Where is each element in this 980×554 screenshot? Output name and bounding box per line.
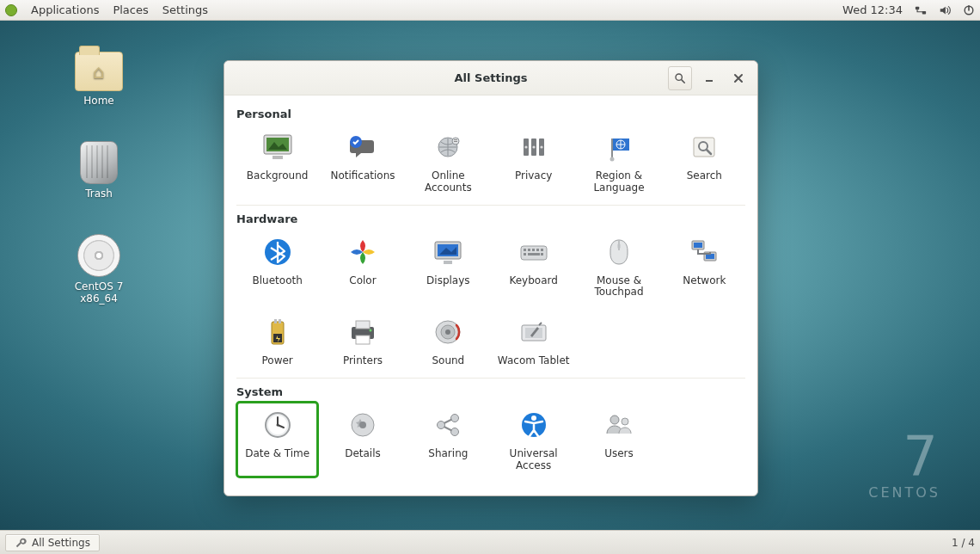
settings-keyboard[interactable]: Keyboard <box>493 229 574 305</box>
settings-universal-access[interactable]: Universal Access <box>493 402 574 477</box>
svg-point-70 <box>451 428 459 435</box>
grid-system: Date & Time Details Sharing Universal Ac… <box>236 402 745 477</box>
svg-rect-40 <box>528 253 540 255</box>
network-wired-icon[interactable] <box>915 4 927 16</box>
volume-icon[interactable] <box>939 4 951 16</box>
svg-point-65 <box>276 423 279 426</box>
settings-users[interactable]: Users <box>578 402 659 477</box>
svg-rect-37 <box>536 249 539 251</box>
svg-point-67 <box>359 422 366 428</box>
svg-point-19 <box>524 145 527 148</box>
settings-wacom-tablet[interactable]: Wacom Tablet <box>493 309 574 372</box>
disc-icon <box>77 234 120 277</box>
search-icon <box>674 72 686 84</box>
svg-rect-10 <box>273 156 283 159</box>
svg-point-74 <box>622 418 628 425</box>
svg-rect-32 <box>444 261 452 264</box>
svg-rect-54 <box>356 335 370 344</box>
menu-places[interactable]: Places <box>113 3 148 16</box>
svg-rect-38 <box>541 249 543 251</box>
settings-window: All Settings Personal Background <box>224 60 758 496</box>
settings-power[interactable]: Power <box>236 309 318 372</box>
settings-details[interactable]: Details <box>322 402 403 477</box>
wrench-icon <box>15 537 27 549</box>
search-button[interactable] <box>668 66 692 90</box>
svg-point-72 <box>531 416 536 421</box>
bluetooth-icon <box>260 234 296 270</box>
settings-color[interactable]: Color <box>322 229 403 305</box>
online-accounts-icon <box>430 129 466 165</box>
search-settings-icon <box>686 129 722 165</box>
network-icon <box>686 234 722 270</box>
svg-rect-15 <box>454 141 457 142</box>
svg-point-4 <box>676 74 682 80</box>
settings-mouse-touchpad[interactable]: Mouse & Touchpad <box>578 229 659 305</box>
grid-hardware: Bluetooth Color Displays Keyboard <box>236 229 745 372</box>
minimize-button[interactable] <box>697 66 721 90</box>
svg-rect-43 <box>617 243 620 249</box>
keyboard-icon <box>516 234 552 270</box>
notifications-icon <box>345 129 381 165</box>
desktop-icons: ⌂ Home Trash CentOS 7 x86_64 <box>64 52 133 305</box>
sharing-icon <box>430 407 466 443</box>
section-title-system: System <box>236 385 745 398</box>
trash-icon <box>80 141 118 184</box>
close-button[interactable] <box>726 66 750 90</box>
settings-region-language[interactable]: Region & Language <box>578 124 659 200</box>
distro-logo-icon <box>5 4 17 16</box>
taskbar-entry-settings[interactable]: All Settings <box>5 534 100 551</box>
settings-bluetooth[interactable]: Bluetooth <box>236 229 318 305</box>
universal-access-icon <box>516 407 552 443</box>
region-language-icon <box>601 129 637 165</box>
section-title-personal: Personal <box>236 108 745 120</box>
desktop-home[interactable]: ⌂ Home <box>64 52 133 107</box>
svg-point-24 <box>609 157 614 162</box>
close-icon <box>733 73 744 83</box>
displays-icon <box>430 234 466 270</box>
settings-date-time[interactable]: Date & Time <box>236 402 318 477</box>
settings-search[interactable]: Search <box>664 124 745 200</box>
clock[interactable]: Wed 12:34 <box>842 3 903 16</box>
svg-point-68 <box>438 421 445 428</box>
settings-background[interactable]: Background <box>236 124 318 200</box>
desktop-label: CentOS 7 x86_64 <box>64 280 133 305</box>
settings-printers[interactable]: Printers <box>322 309 403 372</box>
desktop-trash[interactable]: Trash <box>64 141 133 200</box>
desktop-media[interactable]: CentOS 7 x86_64 <box>64 234 133 305</box>
settings-network[interactable]: Network <box>664 229 745 305</box>
os-brand: 7 CENTOS <box>868 429 940 501</box>
background-icon <box>260 129 296 165</box>
settings-sound[interactable]: Sound <box>407 309 489 372</box>
svg-point-20 <box>532 145 535 148</box>
users-icon <box>601 407 637 443</box>
settings-notifications[interactable]: Notifications <box>322 124 403 200</box>
bottom-taskbar: All Settings 1 / 4 <box>0 530 980 554</box>
printers-icon <box>345 314 381 350</box>
settings-displays[interactable]: Displays <box>407 229 489 305</box>
power-settings-icon <box>260 314 296 350</box>
clock-icon <box>260 407 296 443</box>
menu-settings[interactable]: Settings <box>162 3 208 16</box>
workspace-indicator[interactable]: 1 / 4 <box>952 537 975 549</box>
os-name: CENTOS <box>868 484 940 501</box>
svg-point-69 <box>451 414 459 422</box>
window-titlebar[interactable]: All Settings <box>224 61 757 95</box>
svg-rect-34 <box>524 249 526 251</box>
svg-rect-0 <box>916 6 919 9</box>
svg-rect-49 <box>274 319 277 323</box>
settings-online-accounts[interactable]: Online Accounts <box>407 124 489 200</box>
svg-point-73 <box>610 416 619 424</box>
desktop-label: Home <box>83 95 113 107</box>
power-icon[interactable] <box>963 4 975 16</box>
svg-rect-14 <box>454 139 457 140</box>
svg-rect-36 <box>532 249 535 251</box>
settings-privacy[interactable]: Privacy <box>493 124 574 200</box>
svg-rect-45 <box>694 243 702 248</box>
svg-rect-39 <box>524 253 526 255</box>
svg-point-58 <box>445 329 450 335</box>
svg-rect-53 <box>356 321 370 329</box>
settings-sharing[interactable]: Sharing <box>407 402 489 477</box>
color-icon <box>345 234 381 270</box>
mouse-touchpad-icon <box>601 234 637 270</box>
menu-applications[interactable]: Applications <box>31 3 99 16</box>
